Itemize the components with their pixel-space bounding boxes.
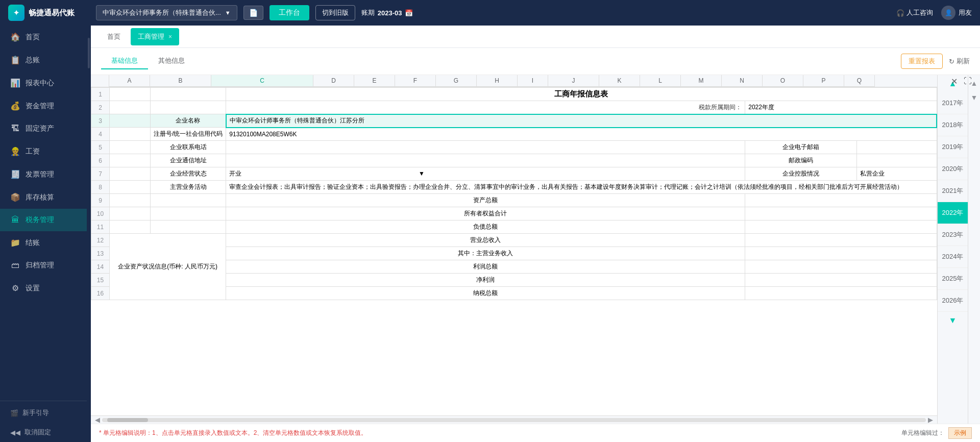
sub-tab-basic[interactable]: 基础信息 xyxy=(101,53,148,69)
table-cell[interactable] xyxy=(226,154,745,167)
table-cell[interactable]: 主营业务活动 xyxy=(151,181,226,194)
sidebar-item-archive[interactable]: 🗃 归档管理 xyxy=(0,254,87,277)
sidebar-item-ledger[interactable]: 📋 总账 xyxy=(0,48,87,71)
sidebar-item-guide[interactable]: 🎬 新手引导 xyxy=(0,403,87,423)
table-cell[interactable] xyxy=(110,154,151,167)
year-item-2020[interactable]: 2020年 xyxy=(938,158,968,180)
document-icon[interactable]: 📄 xyxy=(243,6,263,20)
table-cell[interactable]: 负债总额 xyxy=(226,220,745,234)
table-cell[interactable] xyxy=(110,167,151,181)
table-cell[interactable]: 资产总额 xyxy=(226,194,745,207)
sidebar-item-closing[interactable]: 📁 结账 xyxy=(0,231,87,254)
table-cell[interactable] xyxy=(151,207,226,220)
table-cell[interactable] xyxy=(745,260,937,274)
reset-report-button[interactable]: 重置报表 xyxy=(901,54,943,69)
funds-icon: 💰 xyxy=(10,101,20,111)
table-cell[interactable] xyxy=(151,101,226,114)
tab-home[interactable]: 首页 xyxy=(99,28,129,45)
year-item-2026[interactable]: 2026年 xyxy=(938,290,968,312)
expand-window-button[interactable]: ⛶ xyxy=(964,77,972,86)
table-cell[interactable] xyxy=(110,128,151,141)
table-cell[interactable]: 营业总收入 xyxy=(226,234,745,247)
table-cell[interactable] xyxy=(110,194,151,207)
table-cell[interactable]: 所有者权益合计 xyxy=(226,207,745,220)
refresh-button[interactable]: ↻ 刷新 xyxy=(949,57,970,66)
table-cell[interactable] xyxy=(745,220,937,234)
table-cell[interactable]: 91320100MA208E5W6K xyxy=(226,128,937,141)
workbench-button[interactable]: 工作台 xyxy=(270,5,309,20)
year-item-2025[interactable]: 2025年 xyxy=(938,268,968,290)
sidebar-item-tax[interactable]: 🏛 税务管理 xyxy=(0,209,87,231)
row-num: 5 xyxy=(91,141,110,154)
table-cell[interactable] xyxy=(151,220,226,234)
sidebar-item-settings[interactable]: ⚙ 设置 xyxy=(0,277,87,300)
old-version-button[interactable]: 切到旧版 xyxy=(315,5,355,20)
sidebar-item-reports[interactable]: 📊 报表中心 xyxy=(0,71,87,94)
sidebar-item-inventory[interactable]: 📦 库存核算 xyxy=(0,186,87,209)
horizontal-scrollbar[interactable]: ◀ ▶ xyxy=(91,415,937,424)
table-cell[interactable] xyxy=(745,274,937,287)
table-cell[interactable]: 私营企业 xyxy=(856,167,937,181)
table-cell[interactable]: 企业联系电话 xyxy=(151,141,226,154)
table-cell[interactable] xyxy=(745,247,937,260)
company-selector[interactable]: 中审众环会计师事务所（特殊普通合伙... ▼ xyxy=(96,5,237,20)
service-button[interactable]: 🎧 人工咨询 xyxy=(896,8,933,17)
sidebar-item-payroll[interactable]: 👷 工资 xyxy=(0,140,87,163)
table-cell[interactable] xyxy=(110,207,151,220)
table-cell[interactable]: 企业名称 xyxy=(151,114,226,128)
sidebar-item-invoices[interactable]: 🧾 发票管理 xyxy=(0,163,87,186)
table-cell[interactable] xyxy=(856,154,937,167)
table-cell[interactable] xyxy=(151,194,226,207)
table-cell[interactable] xyxy=(110,114,151,128)
table-cell-company-name[interactable]: 中审众环会计师事务所（特殊普通合伙）江苏分所 xyxy=(226,114,937,128)
table-cell[interactable] xyxy=(226,141,745,154)
year-item-2023[interactable]: 2023年 xyxy=(938,224,968,246)
table-cell[interactable]: 净利润 xyxy=(226,274,745,287)
table-cell[interactable]: 利润总额 xyxy=(226,260,745,274)
scroll-thumb[interactable] xyxy=(107,418,148,422)
year-nav-down[interactable]: ▼ xyxy=(938,312,968,329)
table-cell[interactable]: 企业经营状态 xyxy=(151,167,226,181)
calendar-icon[interactable]: 📅 xyxy=(405,9,413,17)
sub-tab-other[interactable]: 其他信息 xyxy=(148,53,195,69)
table-cell[interactable] xyxy=(110,141,151,154)
year-item-2017[interactable]: 2017年 xyxy=(938,92,968,114)
table-cell[interactable] xyxy=(745,194,937,207)
service-label: 人工咨询 xyxy=(906,8,933,17)
sidebar-item-assets[interactable]: 🏗 固定资产 xyxy=(0,117,87,140)
table-cell[interactable] xyxy=(856,141,937,154)
year-item-2019[interactable]: 2019年 xyxy=(938,136,968,158)
tab-close-button[interactable]: × xyxy=(168,33,172,40)
table-cell[interactable] xyxy=(110,101,151,114)
table-cell[interactable]: 纳税总额 xyxy=(226,287,745,300)
table-cell[interactable] xyxy=(745,207,937,220)
table-cell[interactable]: 注册号/统一社会信用代码 xyxy=(151,128,226,141)
table-cell[interactable] xyxy=(745,287,937,300)
header: ✦ 畅捷通易代账 中审众环会计师事务所（特殊普通合伙... ▼ 📄 工作台 切到… xyxy=(0,0,980,26)
year-item-2018[interactable]: 2018年 xyxy=(938,114,968,136)
table-cell[interactable]: 开业 ▼ xyxy=(226,167,745,181)
table-cell[interactable]: 企业通信地址 xyxy=(151,154,226,167)
table-cell[interactable] xyxy=(110,220,151,234)
table-cell-title[interactable]: 工商年报信息表 xyxy=(226,88,937,101)
table-cell[interactable] xyxy=(110,181,151,194)
sidebar-item-unpin[interactable]: ◀◀ 取消固定 xyxy=(0,423,87,442)
sidebar-item-home[interactable]: 🏠 首页 xyxy=(0,26,87,48)
scroll-track[interactable] xyxy=(102,418,926,422)
collapse-down-button[interactable]: ▼ xyxy=(971,93,978,102)
year-item-2024[interactable]: 2024年 xyxy=(938,246,968,268)
scroll-left-button[interactable]: ◀ xyxy=(93,416,102,424)
year-item-2021[interactable]: 2021年 xyxy=(938,180,968,202)
table-cell[interactable] xyxy=(110,88,151,101)
tab-active[interactable]: 工商管理 × xyxy=(131,28,179,45)
scroll-right-button[interactable]: ▶ xyxy=(926,416,935,424)
table-cell[interactable]: 审查企业会计报表；出具审计报告；验证企业资本；出具验资报告；办理企业合并、分立、… xyxy=(226,181,937,194)
close-window-button[interactable]: ✕ xyxy=(951,77,958,86)
year-item-2022[interactable]: 2022年 xyxy=(938,202,968,224)
table-cell[interactable]: 2022年度 xyxy=(745,101,937,114)
user-menu[interactable]: 👤 用友 xyxy=(941,6,972,20)
table-cell[interactable] xyxy=(151,88,226,101)
sidebar-item-funds[interactable]: 💰 资金管理 xyxy=(0,94,87,117)
table-cell[interactable] xyxy=(745,234,937,247)
sheet-scroll[interactable]: 1 工商年报信息表 2 税款所属期间： 202 xyxy=(91,87,937,415)
